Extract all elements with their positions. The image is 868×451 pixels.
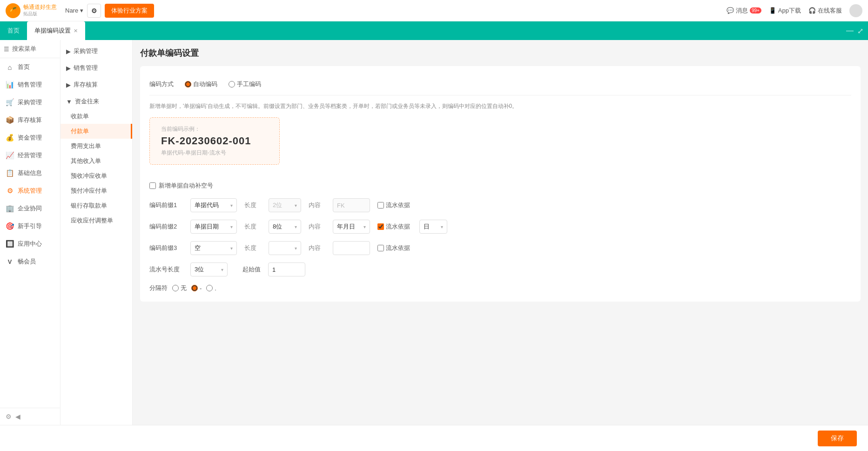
content1-label: 内容 [309, 201, 325, 209]
info-text: 新增单据时，'单据编码'自动生成，不可编辑。前缀设置为部门、业务员等档案类，开单… [149, 102, 851, 111]
settings-button[interactable]: ⚙ [87, 4, 101, 18]
sidebar-item-enterprise[interactable]: 🏢 企业协同 [0, 200, 60, 217]
length1-label: 长度 [244, 201, 261, 209]
sidebar-item-system[interactable]: ⚙ 系统管理 [0, 182, 60, 200]
sidebar-settings-button[interactable]: ⚙ [6, 413, 12, 420]
sidebar-item-newbie[interactable]: 🎯 新手引导 [0, 217, 60, 235]
sidebar-item-purchase[interactable]: 🛒 采购管理 [0, 94, 60, 111]
online-service-item[interactable]: 🎧 在线客服 [808, 7, 842, 15]
save-button[interactable]: 保存 [818, 431, 857, 446]
sidebar-item-app-center[interactable]: 🔲 应用中心 [0, 235, 60, 253]
tab-close-icon[interactable]: ✕ [74, 28, 78, 34]
manual-code-label: 手工编码 [237, 80, 261, 88]
sub-menu-label: 销售管理 [74, 64, 98, 72]
settings-row-prefix3: 编码前缀3 空 ▾ 长度 ▾ 内容 流水依据 [149, 241, 851, 255]
content3-input[interactable] [333, 241, 370, 255]
tab-home[interactable]: 首页 [0, 21, 27, 40]
app-download-item[interactable]: 📱 App下载 [769, 7, 801, 15]
length1-value: 2位 [273, 201, 282, 209]
auto-code-radio[interactable] [185, 81, 191, 88]
separator-dash-radio[interactable] [191, 285, 198, 291]
separator-dash-label[interactable]: - [191, 285, 202, 292]
code-preview-value: FK-20230602-001 [161, 135, 268, 147]
separator-dot-radio[interactable] [206, 285, 213, 291]
separator-none-text: 无 [181, 284, 187, 292]
messages-item[interactable]: 💬 消息 99+ [727, 7, 761, 15]
sidebar-item-finance[interactable]: 💰 资金管理 [0, 129, 60, 147]
auto-code-radio-label[interactable]: 自动编码 [185, 80, 217, 88]
serial2-label: 流水依据 [386, 222, 410, 231]
tab-serial-settings[interactable]: 单据编码设置 ✕ [27, 21, 85, 40]
basics-icon: 📋 [6, 169, 14, 177]
separator-dot-label[interactable]: . [206, 285, 216, 292]
sub-menu-item-expense[interactable]: 费用支出单 [61, 139, 132, 154]
page-title: 付款单编码设置 [140, 47, 861, 59]
sidebar-item-sales[interactable]: 📊 销售管理 [0, 76, 60, 94]
serial-length-label: 流水号长度 [149, 265, 183, 274]
length1-select[interactable]: 2位 ▾ [269, 198, 301, 212]
sidebar-item-home[interactable]: ⌂ 首页 [0, 58, 60, 76]
chevron-down-icon: ▾ [295, 224, 297, 229]
sub-menu-capital-header[interactable]: ▼ 资金往来 [61, 94, 132, 109]
sub-menu-purchase-header[interactable]: ▶ 采购管理 [61, 44, 132, 59]
separator-dash-text: - [200, 285, 202, 292]
separator-none-radio[interactable] [172, 285, 179, 291]
length3-select[interactable]: ▾ [269, 241, 301, 255]
sub-menu-inventory-header[interactable]: ▶ 库存核算 [61, 77, 132, 92]
sub-menu-item-bank-deposit[interactable]: 银行存取款单 [61, 198, 132, 213]
serial-length-select[interactable]: 3位 ▾ [190, 263, 228, 276]
logo-area: 🍊 畅通道好生意 拓品版 [6, 3, 61, 18]
serial3-checkbox[interactable] [377, 245, 384, 251]
length2-label: 长度 [244, 222, 261, 231]
sidebar-item-membership[interactable]: V 畅会员 [0, 253, 60, 270]
sub-menu-item-advance-collect[interactable]: 预收冲应收单 [61, 168, 132, 183]
prefix1-select[interactable]: 单据代码 ▾ [190, 198, 237, 212]
company-dropdown[interactable]: Nare ▾ [65, 7, 83, 14]
serial3-checkbox-label[interactable]: 流水依据 [377, 244, 410, 252]
sub-menu-item-other-income[interactable]: 其他收入单 [61, 154, 132, 168]
tab-expand-button[interactable]: ⤢ [857, 27, 863, 35]
sub-menu-item-payment[interactable]: 付款单 [61, 124, 132, 139]
settings-card: 编码方式 自动编码 手工编码 新增单据时，'单据编码'自动生成，不可编辑。前缀设… [140, 66, 861, 302]
prefix2-label: 编码前缀2 [149, 222, 183, 231]
messages-label: 消息 [736, 7, 748, 15]
autofill-checkbox[interactable] [149, 182, 156, 189]
manual-code-radio[interactable] [229, 81, 235, 88]
sub-menu-label: 库存核算 [74, 81, 98, 89]
serial2-checkbox-label[interactable]: 流水依据 [377, 222, 410, 231]
sidebar-search[interactable]: ☰ 搜索菜单 [0, 40, 60, 58]
serial1-checkbox[interactable] [377, 202, 384, 209]
tab-minimize-button[interactable]: — [846, 27, 854, 35]
content2-select[interactable]: 年月日 ▾ [333, 220, 370, 234]
avatar[interactable] [849, 4, 862, 17]
manual-code-radio-label[interactable]: 手工编码 [229, 80, 261, 88]
headset-icon: 🎧 [808, 7, 816, 14]
sub-menu-sales-header[interactable]: ▶ 销售管理 [61, 61, 132, 75]
sub-menu-item-advance-pay[interactable]: 预付冲应付单 [61, 183, 132, 198]
sidebar-item-inventory[interactable]: 📦 库存核算 [0, 111, 60, 129]
chevron-down-icon: ▾ [295, 203, 297, 208]
prefix1-label: 编码前缀1 [149, 201, 183, 209]
prefix3-select[interactable]: 空 ▾ [190, 241, 237, 255]
separator-none-label[interactable]: 无 [172, 284, 187, 292]
purchase-icon: 🛒 [6, 98, 14, 107]
serial2-checkbox[interactable] [377, 223, 384, 230]
sub-menu-group-inventory: ▶ 库存核算 [61, 77, 132, 92]
separator-dot-text: . [215, 285, 216, 292]
sidebar-item-operations[interactable]: 📈 经营管理 [0, 147, 60, 164]
sidebar-collapse-button[interactable]: ◀ [15, 413, 20, 420]
serial1-checkbox-label[interactable]: 流水依据 [377, 201, 410, 209]
length2-value: 8位 [273, 222, 282, 231]
length2-select[interactable]: 8位 ▾ [269, 220, 301, 234]
day-select[interactable]: 日 ▾ [419, 220, 447, 234]
chevron-down-icon: ▾ [295, 246, 297, 251]
sidebar-item-basics[interactable]: 📋 基础信息 [0, 164, 60, 182]
start-value-input[interactable] [268, 263, 305, 276]
autofill-row: 新增单据自动补空号 [149, 182, 851, 190]
prefix2-select[interactable]: 单据日期 ▾ [190, 220, 237, 234]
sub-menu-item-ap-adjust[interactable]: 应收应付调整单 [61, 213, 132, 228]
autofill-label: 新增单据自动补空号 [159, 182, 213, 190]
company-name: Nare [65, 7, 78, 14]
sub-menu-item-receipt[interactable]: 收款单 [61, 109, 132, 124]
industry-button[interactable]: 体验行业方案 [105, 4, 154, 18]
